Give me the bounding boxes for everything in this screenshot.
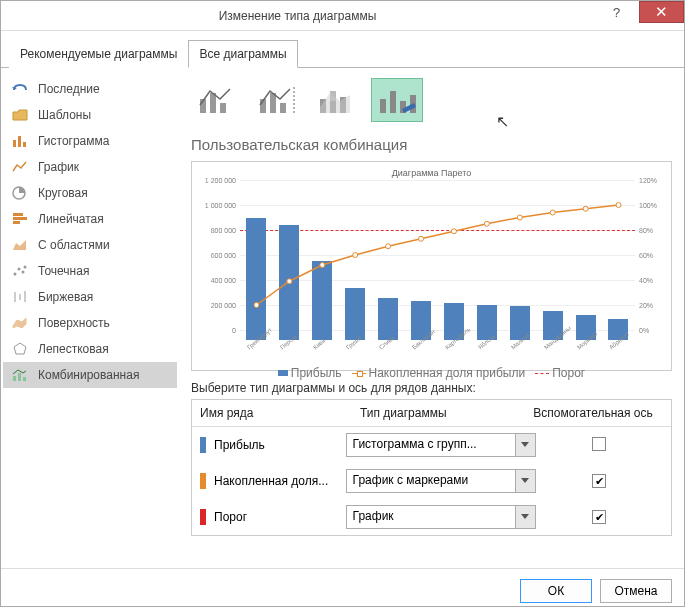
scatter-chart-icon <box>11 263 29 279</box>
subtype-2[interactable] <box>251 78 303 122</box>
radar-chart-icon <box>11 341 29 357</box>
svg-point-44 <box>616 203 621 208</box>
titlebar: Изменение типа диаграммы ? ✕ <box>1 1 684 31</box>
svg-point-39 <box>451 229 456 234</box>
legend-item-line: Накопленная доля прибыли <box>352 366 526 380</box>
select-value: Гистограмма с групп... <box>347 434 515 456</box>
sidebar-label: Поверхность <box>38 316 110 330</box>
svg-point-9 <box>22 271 25 274</box>
series-row: ПорогГрафик✔ <box>192 499 671 535</box>
chart-preview[interactable]: Диаграмма Парето 0200 000400 000600 0008… <box>191 161 672 371</box>
sidebar-label: С областями <box>38 238 110 252</box>
sidebar-item-scatter[interactable]: Точечная <box>3 258 177 284</box>
sidebar-item-area[interactable]: С областями <box>3 232 177 258</box>
subtype-1[interactable] <box>191 78 243 122</box>
series-name-cell: Порог <box>200 509 346 525</box>
combo-chart-icon <box>11 367 29 383</box>
content-area: Последние Шаблоны Гистограмма График Кру… <box>1 68 684 568</box>
series-color-swatch <box>200 509 206 525</box>
chart-type-sidebar: Последние Шаблоны Гистограмма График Кру… <box>1 68 179 568</box>
series-type-cell: График <box>346 505 536 529</box>
series-name-text: Накопленная доля... <box>214 474 328 488</box>
sidebar-item-stock[interactable]: Биржевая <box>3 284 177 310</box>
svg-point-33 <box>254 303 259 308</box>
surface-chart-icon <box>11 315 29 331</box>
series-type-select[interactable]: График с маркерами <box>346 469 536 493</box>
series-type-select[interactable]: Гистограмма с групп... <box>346 433 536 457</box>
titlebar-buttons: ? ✕ <box>594 1 684 30</box>
sidebar-label: Точечная <box>38 264 89 278</box>
svg-point-10 <box>24 266 27 269</box>
sidebar-label: Линейчатая <box>38 212 104 226</box>
sidebar-label: Круговая <box>38 186 88 200</box>
sidebar-item-surface[interactable]: Поверхность <box>3 310 177 336</box>
svg-point-8 <box>18 268 21 271</box>
series-name-cell: Прибыль <box>200 437 346 453</box>
sidebar-item-recent[interactable]: Последние <box>3 76 177 102</box>
chevron-down-icon[interactable] <box>515 506 535 528</box>
chevron-down-icon[interactable] <box>515 470 535 492</box>
select-value: График <box>347 506 515 528</box>
close-button[interactable]: ✕ <box>639 1 684 23</box>
svg-rect-0 <box>13 140 16 147</box>
series-type-cell: Гистограмма с групп... <box>346 433 536 457</box>
svg-rect-16 <box>18 373 21 381</box>
sidebar-label: Последние <box>38 82 100 96</box>
svg-rect-2 <box>23 142 26 147</box>
secondary-axis-checkbox[interactable]: ✔ <box>592 474 606 488</box>
svg-point-34 <box>287 279 292 284</box>
series-name-text: Прибыль <box>214 438 265 452</box>
secondary-axis-checkbox[interactable]: ✔ <box>592 510 606 524</box>
tab-bar: Рекомендуемые диаграммы Все диаграммы <box>1 31 684 68</box>
series-name-cell: Накопленная доля... <box>200 473 346 489</box>
svg-point-40 <box>484 221 489 226</box>
sidebar-item-radar[interactable]: Лепестковая <box>3 336 177 362</box>
subtype-custom[interactable] <box>371 78 423 122</box>
sidebar-item-templates[interactable]: Шаблоны <box>3 102 177 128</box>
svg-point-38 <box>419 236 424 241</box>
sidebar-label: Комбинированная <box>38 368 139 382</box>
section-title: Пользовательская комбинация <box>191 136 672 153</box>
svg-rect-20 <box>220 103 226 113</box>
series-axis-cell: ✔ <box>536 510 663 525</box>
tab-all[interactable]: Все диаграммы <box>188 40 297 68</box>
series-type-cell: График с маркерами <box>346 469 536 493</box>
svg-rect-29 <box>380 99 386 113</box>
sidebar-item-column[interactable]: Гистограмма <box>3 128 177 154</box>
sidebar-label: Гистограмма <box>38 134 109 148</box>
subtype-row <box>191 78 672 122</box>
ok-button[interactable]: ОК <box>520 579 592 603</box>
svg-point-7 <box>14 273 17 276</box>
sidebar-item-line[interactable]: График <box>3 154 177 180</box>
column-chart-icon <box>11 133 29 149</box>
chart-title: Диаграмма Парето <box>200 168 663 178</box>
svg-point-42 <box>550 210 555 215</box>
cancel-button[interactable]: Отмена <box>600 579 672 603</box>
svg-point-37 <box>386 244 391 249</box>
stock-chart-icon <box>11 289 29 305</box>
chart-plot-area: 0200 000400 000600 000800 0001 000 0001 … <box>240 180 635 340</box>
series-type-select[interactable]: График <box>346 505 536 529</box>
col-name: Имя ряда <box>200 406 360 420</box>
undo-icon <box>11 81 29 97</box>
subtype-3[interactable] <box>311 78 363 122</box>
sidebar-item-combo[interactable]: Комбинированная <box>3 362 177 388</box>
series-color-swatch <box>200 473 206 489</box>
legend-item-threshold: Порог <box>535 366 585 380</box>
svg-point-43 <box>583 206 588 211</box>
svg-rect-6 <box>13 221 20 224</box>
series-section-label: Выберите тип диаграммы и ось для рядов д… <box>191 381 672 395</box>
main-panel: ↖ Пользовательская комбинация Диаграмма … <box>179 68 684 568</box>
help-button[interactable]: ? <box>594 1 639 23</box>
sidebar-item-bar[interactable]: Линейчатая <box>3 206 177 232</box>
series-name-text: Порог <box>214 510 247 524</box>
sidebar-item-pie[interactable]: Круговая <box>3 180 177 206</box>
secondary-axis-checkbox[interactable] <box>592 437 606 451</box>
chevron-down-icon[interactable] <box>515 434 535 456</box>
select-value: График с маркерами <box>347 470 515 492</box>
col-axis: Вспомогательная ось <box>523 406 663 420</box>
svg-rect-4 <box>13 213 23 216</box>
sidebar-label: Биржевая <box>38 290 93 304</box>
col-type: Тип диаграммы <box>360 406 523 420</box>
tab-recommended[interactable]: Рекомендуемые диаграммы <box>9 40 188 68</box>
